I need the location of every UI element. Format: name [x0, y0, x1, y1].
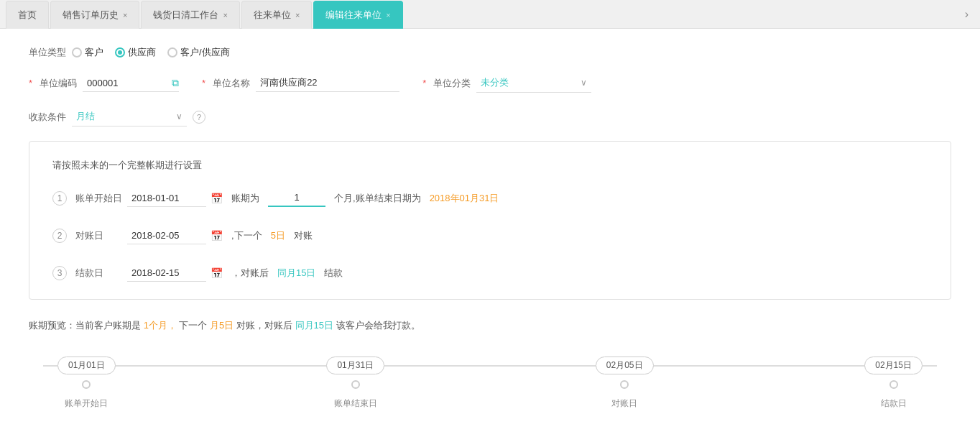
timeline-label-3: 结款日	[881, 397, 907, 410]
tab-edit-partner[interactable]: 编辑往来单位 ×	[313, 1, 402, 29]
period-payment-date-input[interactable]	[127, 264, 206, 282]
payment-terms-value: 月结	[76, 110, 170, 123]
radio-supplier-label: 供应商	[128, 46, 156, 59]
tab-more-button[interactable]: ›	[959, 0, 974, 28]
close-tab-edit-partner-icon[interactable]: ×	[386, 11, 390, 19]
preview-months: 1个月，	[144, 320, 177, 331]
unit-type-row: 单位类型 客户 供应商 客户/供应商	[29, 46, 951, 59]
tab-bar: 首页 销售订单历史 × 钱货日清工作台 × 往来单位 × 编辑往来单位 × ›	[0, 0, 980, 29]
timeline-point-2: 02月05日 对账日	[596, 356, 654, 410]
payment-terms-label: 收款条件	[29, 111, 66, 124]
radio-customer-supplier[interactable]: 客户/供应商	[167, 46, 230, 59]
period-row1-end-date: 2018年01月31日	[430, 192, 499, 205]
period-date-group-3: 📅	[127, 264, 223, 282]
period-row3-suffix: 结款	[324, 267, 343, 280]
preview-reconcile-suffix: 对账，对账后	[236, 320, 292, 331]
period-num-1: 1	[52, 191, 67, 206]
timeline-badge-1: 01月31日	[326, 356, 384, 374]
copy-icon[interactable]: ⧉	[172, 77, 179, 89]
radio-customer-circle	[72, 47, 82, 58]
unit-code-input-group: ⧉	[83, 75, 179, 92]
radio-customer[interactable]: 客户	[72, 46, 103, 59]
unit-code-label: 单位编码	[40, 77, 77, 90]
unit-info-row: * 单位编码 ⧉ * 单位名称 * 单位分类 未分类 ∨	[29, 73, 951, 93]
period-field-label-1: 账单开始日	[75, 192, 119, 205]
radio-customer-supplier-circle	[167, 47, 177, 58]
period-row2-prefix: ,下一个	[231, 229, 262, 242]
unit-code-star: *	[29, 78, 32, 88]
payment-terms-chevron-icon: ∨	[176, 111, 182, 121]
radio-supplier[interactable]: 供应商	[115, 46, 156, 59]
period-num-3: 3	[52, 266, 67, 280]
period-field-label-3: 结款日	[75, 267, 119, 280]
period-date-group-2: 📅	[127, 227, 223, 244]
timeline-badge-2: 02月05日	[596, 356, 654, 374]
unit-name-group: * 单位名称	[202, 75, 399, 92]
unit-code-input[interactable]	[83, 75, 169, 91]
calendar-icon-3[interactable]: 📅	[211, 267, 223, 279]
period-panel: 请按照未来的一个完整帐期进行设置 1 账单开始日 📅 账期为 个月,账单结束日期…	[29, 141, 951, 300]
period-date-group-1: 📅	[127, 190, 223, 207]
preview-section: 账期预览：当前客户账期是 1个月， 下一个 月5日 对账，对账后 同月15日 该…	[29, 317, 951, 424]
timeline-points: 01月01日 账单开始日 01月31日 账单结束日 02月05日 对账日 02月…	[57, 356, 923, 410]
tab-cash-work-label: 钱货日清工作台	[153, 9, 218, 22]
timeline-label-0: 账单开始日	[65, 397, 108, 410]
period-num-2: 2	[52, 229, 67, 243]
payment-terms-group: 收款条件 月结 ∨ ?	[29, 107, 205, 126]
unit-code-group: * 单位编码 ⧉	[29, 75, 179, 92]
unit-type-label: 单位类型	[29, 46, 66, 59]
radio-supplier-circle	[115, 47, 125, 58]
period-row1-suffix: 账期为	[231, 192, 259, 205]
unit-name-label: 单位名称	[213, 77, 250, 90]
unit-name-input[interactable]	[256, 75, 399, 92]
calendar-icon-2[interactable]: 📅	[211, 230, 223, 242]
tab-sales-history[interactable]: 销售订单历史 ×	[50, 1, 139, 29]
close-tab-cash-work-icon[interactable]: ×	[223, 11, 227, 19]
preview-text: 账期预览：当前客户账期是 1个月， 下一个 月5日 对账，对账后 同月15日 该…	[29, 317, 951, 334]
payment-terms-help-icon[interactable]: ?	[193, 111, 205, 124]
close-tab-sales-history-icon[interactable]: ×	[123, 11, 127, 19]
tab-cash-work[interactable]: 钱货日清工作台 ×	[141, 1, 239, 29]
unit-category-label: 单位分类	[433, 77, 471, 90]
unit-category-select[interactable]: 未分类 ∨	[476, 73, 591, 93]
payment-terms-row: 收款条件 月结 ∨ ?	[29, 107, 951, 126]
tab-partner-units-label: 往来单位	[254, 9, 291, 22]
radio-customer-supplier-label: 客户/供应商	[180, 46, 230, 59]
calendar-icon-1[interactable]: 📅	[211, 193, 223, 204]
tab-sales-history-label: 销售订单历史	[63, 9, 119, 22]
timeline-dot-3	[889, 380, 898, 389]
preview-reconcile-prefix: 下一个	[179, 320, 207, 331]
unit-category-group: * 单位分类 未分类 ∨	[422, 73, 591, 93]
period-row2-day: 5日	[271, 229, 285, 242]
period-row-2: 2 对账日 📅 ,下一个 5日 对账	[52, 227, 928, 244]
period-reconcile-date-input[interactable]	[127, 227, 206, 244]
period-row3-prefix: ，对账后	[231, 267, 269, 280]
period-months-input[interactable]	[268, 189, 325, 207]
preview-payment-day: 同月15日	[295, 320, 333, 331]
tab-partner-units[interactable]: 往来单位 ×	[241, 1, 312, 29]
unit-type-radio-group: 客户 供应商 客户/供应商	[72, 46, 230, 59]
unit-category-star: *	[422, 78, 426, 88]
tab-edit-partner-label: 编辑往来单位	[325, 9, 382, 22]
radio-customer-label: 客户	[85, 46, 103, 59]
period-start-date-input[interactable]	[127, 190, 206, 207]
period-field-label-2: 对账日	[75, 229, 119, 242]
unit-type-group: 单位类型 客户 供应商 客户/供应商	[29, 46, 230, 59]
timeline-label-1: 账单结束日	[334, 397, 377, 410]
period-row3-day: 同月15日	[277, 267, 315, 280]
period-row-1: 1 账单开始日 📅 账期为 个月,账单结束日期为 2018年01月31日	[52, 189, 928, 207]
payment-terms-select[interactable]: 月结 ∨	[72, 107, 187, 126]
timeline-badge-0: 01月01日	[57, 356, 116, 374]
period-row2-suffix: 对账	[294, 229, 313, 242]
close-tab-partner-units-icon[interactable]: ×	[295, 11, 300, 19]
timeline-point-3: 02月15日 结款日	[864, 356, 923, 410]
tab-home[interactable]: 首页	[6, 1, 49, 29]
tab-home-label: 首页	[18, 9, 37, 22]
timeline: 01月01日 账单开始日 01月31日 账单结束日 02月05日 对账日 02月…	[43, 356, 937, 410]
timeline-point-1: 01月31日 账单结束日	[326, 356, 384, 410]
main-content: 单位类型 客户 供应商 客户/供应商 * 单位编码	[0, 29, 980, 437]
period-panel-title: 请按照未来的一个完整帐期进行设置	[52, 159, 928, 172]
unit-name-star: *	[202, 78, 205, 88]
timeline-dot-2	[620, 380, 629, 389]
timeline-dot-0	[82, 380, 91, 389]
